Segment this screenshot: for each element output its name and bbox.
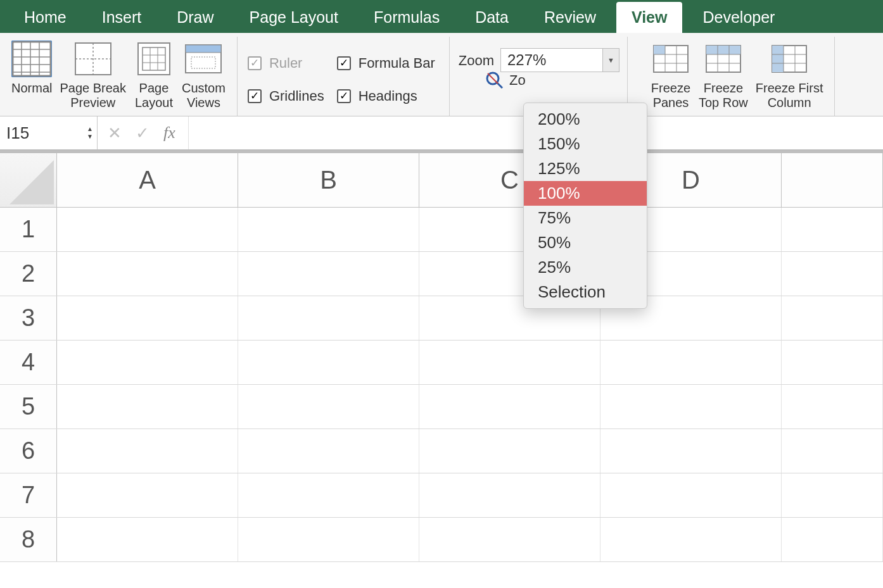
zoom-option-100[interactable]: 100% <box>524 181 647 206</box>
cell-e2[interactable] <box>782 252 883 296</box>
zoom-option-200[interactable]: 200% <box>524 107 647 132</box>
chevron-up-icon[interactable]: ▲ <box>87 126 93 132</box>
gridlines-checkbox[interactable]: ✓ Gridlines <box>248 88 324 104</box>
custom-views-label: Custom Views <box>182 81 226 110</box>
zoom-option-125[interactable]: 125% <box>524 156 647 181</box>
tab-insert[interactable]: Insert <box>87 2 157 33</box>
cell-a7[interactable] <box>57 473 238 517</box>
cell-d7[interactable] <box>600 473 782 517</box>
formula-bar-checkbox[interactable]: ✓ Formula Bar <box>337 55 435 72</box>
column-header-row: A B C D <box>0 153 883 208</box>
page-break-preview-button[interactable]: Page Break Preview <box>56 38 130 111</box>
cell-a8[interactable] <box>57 518 238 561</box>
zoom-option-75[interactable]: 75% <box>524 206 647 230</box>
cell-d4[interactable] <box>600 341 782 384</box>
column-header-e[interactable] <box>782 153 883 207</box>
row-header-7[interactable]: 7 <box>0 473 57 517</box>
page-layout-icon <box>134 39 174 78</box>
zoom-option-50[interactable]: 50% <box>524 230 647 255</box>
page-layout-label: Page Layout <box>135 81 173 110</box>
tab-data[interactable]: Data <box>460 2 524 33</box>
row-header-2[interactable]: 2 <box>0 252 57 296</box>
cell-d5[interactable] <box>600 385 782 428</box>
cell-a4[interactable] <box>57 341 238 384</box>
cell-e6[interactable] <box>782 429 883 473</box>
cell-b8[interactable] <box>238 518 419 561</box>
zoom-option-selection[interactable]: Selection <box>524 280 647 304</box>
cell-b1[interactable] <box>238 208 419 251</box>
freeze-top-row-button[interactable]: Freeze Top Row <box>695 38 752 111</box>
group-workbook-views: Normal Page Break Preview Page Layout Cu… <box>4 37 238 116</box>
cell-c5[interactable] <box>419 385 600 428</box>
tab-formulas[interactable]: Formulas <box>359 2 455 33</box>
cell-b4[interactable] <box>238 341 419 384</box>
zoom-dropdown[interactable]: 200% 150% 125% 100% 75% 50% 25% Selectio… <box>523 103 647 309</box>
row-header-4[interactable]: 4 <box>0 341 57 384</box>
normal-view-button[interactable]: Normal <box>8 38 56 97</box>
svg-rect-37 <box>772 46 784 72</box>
cell-a1[interactable] <box>57 208 238 251</box>
cell-b2[interactable] <box>238 252 419 296</box>
tab-developer[interactable]: Developer <box>687 2 790 33</box>
cell-b7[interactable] <box>238 473 419 517</box>
cell-b6[interactable] <box>238 429 419 473</box>
tab-draw[interactable]: Draw <box>162 2 229 33</box>
page-break-preview-icon <box>73 39 113 78</box>
cell-e4[interactable] <box>782 341 883 384</box>
cell-e1[interactable] <box>782 208 883 251</box>
row-header-6[interactable]: 6 <box>0 429 57 473</box>
cancel-formula-icon[interactable]: ✕ <box>108 123 122 143</box>
freeze-panes-button[interactable]: Freeze Panes <box>647 38 695 111</box>
cell-a6[interactable] <box>57 429 238 473</box>
cell-e7[interactable] <box>782 473 883 517</box>
headings-checkbox[interactable]: ✓ Headings <box>337 88 435 104</box>
fx-label[interactable]: fx <box>163 123 178 142</box>
row-1: 1 <box>0 208 883 252</box>
tab-review[interactable]: Review <box>529 2 611 33</box>
row-header-5[interactable]: 5 <box>0 385 57 428</box>
zoom-combobox[interactable]: 227% ▼ <box>500 48 619 72</box>
row-header-3[interactable]: 3 <box>0 296 57 340</box>
accept-formula-icon[interactable]: ✓ <box>136 123 149 143</box>
group-show: ✓ Ruler ✓ Gridlines ✓ Formula Bar ✓ Head… <box>238 37 450 116</box>
cell-e8[interactable] <box>782 518 883 561</box>
page-layout-view-button[interactable]: Page Layout <box>130 38 178 111</box>
dropdown-arrow-icon[interactable]: ▼ <box>602 49 619 72</box>
svg-rect-19 <box>186 45 221 53</box>
row-header-1[interactable]: 1 <box>0 208 57 251</box>
cell-e5[interactable] <box>782 385 883 428</box>
tab-page-layout[interactable]: Page Layout <box>234 2 353 33</box>
cell-a3[interactable] <box>57 296 238 340</box>
name-box[interactable]: I15 ▲▼ <box>0 116 98 149</box>
tab-home[interactable]: Home <box>9 2 82 33</box>
cell-b5[interactable] <box>238 385 419 428</box>
name-box-value: I15 <box>6 123 29 143</box>
custom-views-button[interactable]: Custom Views <box>178 38 229 111</box>
cell-e3[interactable] <box>782 296 883 340</box>
cell-a5[interactable] <box>57 385 238 428</box>
cell-d8[interactable] <box>600 518 782 561</box>
cell-a2[interactable] <box>57 252 238 296</box>
select-all-corner[interactable] <box>0 153 57 207</box>
row-header-8[interactable]: 8 <box>0 518 57 561</box>
name-box-spinner[interactable]: ▲▼ <box>87 126 93 140</box>
headings-label: Headings <box>359 88 417 104</box>
zoom-option-150[interactable]: 150% <box>524 132 647 156</box>
freeze-first-column-button[interactable]: Freeze First Column <box>752 38 827 111</box>
zoom-value[interactable]: 227% <box>501 49 602 72</box>
cell-c7[interactable] <box>419 473 600 517</box>
cell-b3[interactable] <box>238 296 419 340</box>
zoom-to-100-button[interactable]: Zo <box>481 70 530 91</box>
zoom-option-25[interactable]: 25% <box>524 255 647 280</box>
svg-rect-31 <box>706 46 740 54</box>
cell-c6[interactable] <box>419 429 600 473</box>
spreadsheet-grid[interactable]: A B C D 1 2 3 4 5 6 7 8 <box>0 151 883 588</box>
column-header-a[interactable]: A <box>57 153 238 207</box>
row-5: 5 <box>0 385 883 429</box>
cell-c8[interactable] <box>419 518 600 561</box>
chevron-down-icon[interactable]: ▼ <box>87 134 93 140</box>
column-header-b[interactable]: B <box>238 153 419 207</box>
tab-view[interactable]: View <box>616 2 683 33</box>
cell-c4[interactable] <box>419 341 600 384</box>
cell-d6[interactable] <box>600 429 782 473</box>
